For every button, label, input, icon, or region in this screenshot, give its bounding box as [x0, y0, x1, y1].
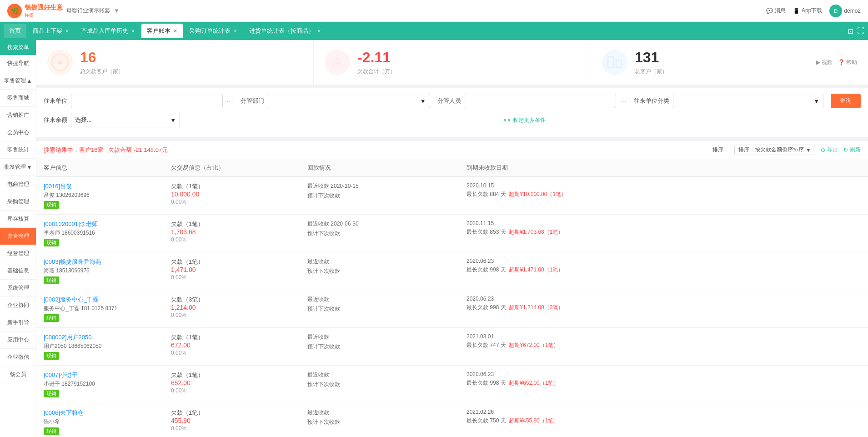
col-header-customer: 客户信息: [44, 164, 171, 172]
sidebar-item-changhui[interactable]: 畅会员: [0, 366, 36, 383]
sidebar-item-basic[interactable]: 基础信息: [0, 262, 36, 280]
user-avatar-btn[interactable]: D demo2: [829, 5, 861, 17]
sidebar-item-guide[interactable]: 新手引导: [0, 314, 36, 332]
debt-amount[interactable]: 10,000.00: [171, 191, 307, 198]
sidebar-item-quicknav[interactable]: 快捷导航: [0, 55, 36, 72]
tab-close-icon[interactable]: ✕: [131, 28, 135, 34]
help-btn[interactable]: ❓ 帮助: [838, 59, 857, 66]
customer-name[interactable]: [0003]畅捷服务尹海燕: [44, 258, 171, 266]
overdue-amount[interactable]: 超期¥652.00（1笔）: [509, 380, 559, 386]
sidebar-item-member[interactable]: 会员中心: [0, 124, 36, 141]
overdue-days-label: 最长欠款 884 天: [467, 191, 506, 197]
sort-select[interactable]: 排序：按欠款金额倒序排序 ▼: [734, 145, 815, 155]
overdue-amount[interactable]: 超期¥1,703.68（1笔）: [509, 229, 563, 235]
due-date: 2020.11.15: [467, 220, 861, 226]
customer-name[interactable]: [0016]吕俊: [44, 182, 171, 191]
debt-amount[interactable]: 672.00: [171, 342, 307, 349]
filter-counterparty-input[interactable]: [71, 94, 223, 108]
filter-category-select[interactable]: ▼: [673, 94, 823, 108]
overdue-amount[interactable]: 超期¥1,471.00（1笔）: [509, 266, 563, 273]
filter-counterparty-dots[interactable]: ···: [226, 96, 233, 106]
tab-close-icon[interactable]: ✕: [65, 28, 69, 34]
tab-purchase-order[interactable]: 采购订单统计表 ✕: [184, 24, 243, 38]
duedate-col: 2020.06.23 最长欠款 998 天 超期¥1,214.00（3笔）: [467, 296, 861, 311]
sort-chevron-icon: ▼: [806, 147, 811, 153]
customer-name[interactable]: [000002]用户2050: [44, 333, 171, 342]
debt-amount[interactable]: 1,703.68: [171, 228, 307, 236]
message-btn[interactable]: 💬 消息: [766, 7, 786, 15]
next-payment: 预计下次收款: [307, 192, 340, 200]
debt-amount[interactable]: 455.90: [171, 417, 307, 424]
tab-stock-stats[interactable]: 进货单统计表（按商品） ✕: [244, 24, 326, 38]
filter-balance-select[interactable]: 选择... ▼: [71, 113, 180, 127]
recovery-col: 最近收款 预计下次收款: [307, 296, 467, 313]
recovery-col: 最近收款 预计下次收款: [307, 371, 467, 388]
debt-amount[interactable]: 1,471.00: [171, 266, 307, 273]
tab-home[interactable]: 首页: [4, 24, 26, 38]
sidebar-item-retail-mall[interactable]: 零售商城: [0, 90, 36, 107]
app-download-btn[interactable]: 📱 App下载: [793, 7, 822, 15]
filter-department-label: 分管部门: [241, 97, 264, 105]
table-row: [0001020001]李老师 李老师 18600391516 现销 欠款（1笔…: [36, 215, 868, 252]
filter-category: 往来单位分类 ▼: [634, 94, 823, 108]
sidebar-item-inventory[interactable]: 库存核算: [0, 211, 36, 228]
debt-info-col: 欠款（1笔） 652.00 0.00%: [171, 371, 307, 394]
debt-amount[interactable]: 652.00: [171, 379, 307, 387]
customer-info-col: [000002]用户2050 用户2050 18665062050 现销: [44, 333, 171, 360]
customer-name[interactable]: [0006]去下粮仓: [44, 409, 171, 417]
query-button[interactable]: 查询: [831, 94, 861, 108]
sidebar-item-retail-stats[interactable]: 零售统计: [0, 141, 36, 159]
overdue-amount[interactable]: 超期¥1,214.00（3笔）: [509, 304, 563, 311]
tab-close-icon[interactable]: ✕: [317, 28, 321, 34]
video-icon: ▶: [816, 59, 820, 65]
refresh-btn[interactable]: ↻ 刷新: [843, 146, 861, 154]
tab-fullscreen-icon[interactable]: ⛶: [857, 27, 864, 35]
collapse-button[interactable]: ∧∧ 收起更多条件: [501, 115, 547, 126]
overdue-days-label: 最长欠款 998 天: [467, 380, 506, 386]
filter-department-select[interactable]: ▼: [268, 94, 430, 108]
sidebar-item-enterprise[interactable]: 企业协同: [0, 297, 36, 314]
due-date: 2021.03.01: [467, 333, 861, 340]
system-dropdown-icon[interactable]: ▼: [114, 7, 120, 14]
system-name[interactable]: 母婴行业演示账套: [66, 7, 110, 15]
tab-close-icon[interactable]: ✕: [233, 28, 237, 34]
message-icon: 💬: [766, 8, 773, 14]
sidebar-item-marketing[interactable]: 营销推广: [0, 107, 36, 124]
tab-product-history[interactable]: 产成品入库单历史 ✕: [75, 24, 140, 38]
top-bar-right: 💬 消息 📱 App下载 D demo2: [766, 5, 861, 17]
sidebar-item-purchase[interactable]: 采购管理: [0, 193, 36, 211]
tab-close-icon[interactable]: ✕: [173, 28, 177, 34]
sidebar-item-ecommerce[interactable]: 电商管理: [0, 176, 36, 193]
sidebar-item-system[interactable]: 系统管理: [0, 280, 36, 297]
overdue-amount[interactable]: 超期¥10,000.00（1笔）: [509, 191, 567, 197]
filter-row-2: 往来余额 选择... ▼ ∧∧ 收起更多条件: [44, 113, 861, 127]
sidebar-item-retail[interactable]: 零售管理 ▲: [0, 72, 36, 90]
stat-icon-debt: ¥: [47, 50, 73, 75]
tab-window-icon[interactable]: ⊡: [848, 27, 853, 35]
recovery-col: 最近收款 2020-06-30 预计下次收款: [307, 220, 467, 237]
customer-name[interactable]: [0001020001]李老师: [44, 220, 171, 228]
sidebar-item-finance[interactable]: 资金管理: [0, 228, 36, 245]
debt-amount[interactable]: 1,214.00: [171, 304, 307, 311]
customer-name[interactable]: [0007]小进干: [44, 371, 171, 379]
video-btn[interactable]: ▶ 视频: [816, 59, 833, 66]
customer-info-col: [0006]去下粮仓 陈小希 现销: [44, 409, 171, 435]
sidebar-item-wholesale[interactable]: 批发管理 ▼: [0, 159, 36, 176]
customer-name[interactable]: [0002]服务中心_丁磊: [44, 296, 171, 304]
svg-text:¥: ¥: [57, 58, 63, 67]
sidebar-item-operations[interactable]: 经营管理: [0, 245, 36, 262]
overdue-days-label: 最长欠款 853 天: [467, 229, 506, 235]
last-payment: 最近收款: [307, 258, 329, 266]
filter-manager-dots[interactable]: ···: [620, 96, 627, 106]
overdue-amount[interactable]: 超期¥455.90（1笔）: [509, 417, 559, 424]
export-btn[interactable]: ⊙ 导出: [821, 146, 838, 154]
table-row: [0016]吕俊 吕俊 13026203696 现销 欠款（1笔） 10,000…: [36, 177, 868, 215]
filter-manager-input[interactable]: [465, 94, 617, 108]
filter-balance-label: 往来余额: [44, 116, 67, 124]
sidebar-item-wechat[interactable]: 企业微信: [0, 349, 36, 366]
overdue-amount[interactable]: 超期¥672.00（1笔）: [509, 342, 559, 348]
tab-product-list[interactable]: 商品上下架 ✕: [27, 24, 75, 38]
sidebar-item-apps[interactable]: 应用中心: [0, 332, 36, 349]
tab-customer-account[interactable]: 客户账本 ✕: [141, 24, 183, 38]
sidebar-search[interactable]: 搜索菜单: [0, 40, 36, 55]
